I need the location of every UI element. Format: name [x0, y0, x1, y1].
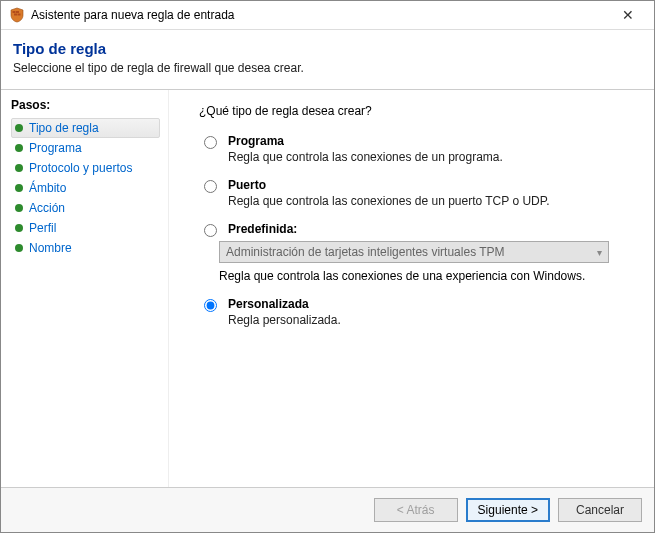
page-title: Tipo de regla: [13, 40, 642, 57]
option-text: Predefinida:: [228, 222, 297, 236]
wizard-footer: < Atrás Siguiente > Cancelar: [1, 487, 654, 532]
option-text: Personalizada Regla personalizada.: [228, 297, 341, 327]
step-programa[interactable]: Programa: [11, 138, 160, 158]
option-puerto[interactable]: Puerto Regla que controla las conexiones…: [199, 178, 636, 208]
option-label: Personalizada: [228, 297, 341, 311]
cancel-button[interactable]: Cancelar: [558, 498, 642, 522]
radio-puerto[interactable]: [204, 180, 217, 193]
option-desc: Regla que controla las conexiones de un …: [228, 150, 503, 164]
predefined-select-value: Administración de tarjetas inteligentes …: [226, 245, 505, 259]
steps-heading: Pasos:: [11, 98, 160, 112]
option-label: Predefinida:: [228, 222, 297, 236]
step-dot-icon: [15, 244, 23, 252]
step-accion[interactable]: Acción: [11, 198, 160, 218]
step-protocolo-y-puertos[interactable]: Protocolo y puertos: [11, 158, 160, 178]
option-label: Programa: [228, 134, 503, 148]
option-desc: Regla que controla las conexiones de un …: [228, 194, 550, 208]
back-button: < Atrás: [374, 498, 458, 522]
option-programa[interactable]: Programa Regla que controla las conexion…: [199, 134, 636, 164]
question-text: ¿Qué tipo de regla desea crear?: [199, 104, 636, 118]
step-nombre[interactable]: Nombre: [11, 238, 160, 258]
option-personalizada[interactable]: Personalizada Regla personalizada.: [199, 297, 636, 327]
step-label: Programa: [29, 141, 82, 155]
option-text: Programa Regla que controla las conexion…: [228, 134, 503, 164]
step-dot-icon: [15, 124, 23, 132]
page-subtitle: Seleccione el tipo de regla de firewall …: [13, 61, 642, 75]
radio-personalizada[interactable]: [204, 299, 217, 312]
option-predefinida-group: Predefinida: Administración de tarjetas …: [199, 222, 636, 283]
step-perfil[interactable]: Perfil: [11, 218, 160, 238]
chevron-down-icon: ▾: [597, 247, 602, 258]
svg-rect-0: [13, 11, 16, 13]
option-predefinida[interactable]: Predefinida:: [199, 222, 636, 237]
titlebar: Asistente para nueva regla de entrada ✕: [1, 1, 654, 30]
wizard-body: Pasos: Tipo de regla Programa Protocolo …: [1, 90, 654, 487]
step-label: Protocolo y puertos: [29, 161, 132, 175]
radio-programa[interactable]: [204, 136, 217, 149]
step-label: Tipo de regla: [29, 121, 99, 135]
step-dot-icon: [15, 204, 23, 212]
step-dot-icon: [15, 184, 23, 192]
step-label: Ámbito: [29, 181, 66, 195]
close-button[interactable]: ✕: [608, 5, 648, 25]
step-ambito[interactable]: Ámbito: [11, 178, 160, 198]
firewall-shield-icon: [9, 7, 25, 23]
step-label: Nombre: [29, 241, 72, 255]
step-dot-icon: [15, 224, 23, 232]
step-dot-icon: [15, 164, 23, 172]
svg-rect-1: [16, 11, 19, 13]
step-dot-icon: [15, 144, 23, 152]
wizard-header: Tipo de regla Seleccione el tipo de regl…: [1, 30, 654, 90]
window-title: Asistente para nueva regla de entrada: [31, 8, 608, 22]
option-label: Puerto: [228, 178, 550, 192]
svg-rect-2: [14, 14, 17, 16]
steps-sidebar: Pasos: Tipo de regla Programa Protocolo …: [1, 90, 169, 487]
option-desc: Regla personalizada.: [228, 313, 341, 327]
next-button[interactable]: Siguiente >: [466, 498, 550, 522]
step-tipo-de-regla[interactable]: Tipo de regla: [11, 118, 160, 138]
close-icon: ✕: [622, 7, 634, 23]
svg-rect-3: [18, 14, 21, 16]
option-desc: Regla que controla las conexiones de una…: [219, 269, 636, 283]
main-panel: ¿Qué tipo de regla desea crear? Programa…: [169, 90, 654, 487]
wizard-window: Asistente para nueva regla de entrada ✕ …: [0, 0, 655, 533]
radio-predefinida[interactable]: [204, 224, 217, 237]
step-label: Perfil: [29, 221, 56, 235]
predefined-select: Administración de tarjetas inteligentes …: [219, 241, 609, 263]
step-label: Acción: [29, 201, 65, 215]
option-text: Puerto Regla que controla las conexiones…: [228, 178, 550, 208]
